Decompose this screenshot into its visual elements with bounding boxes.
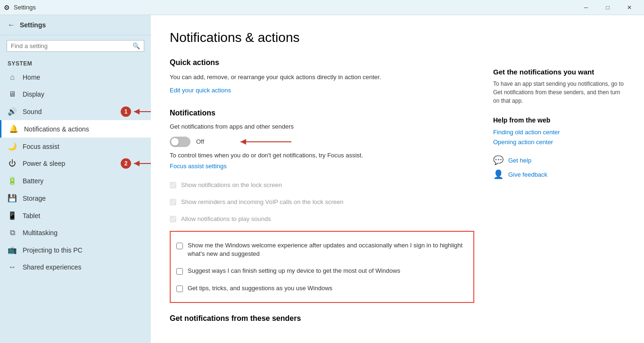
get-notif-right-heading: Get the notifications you want — [493, 68, 625, 76]
sidebar-item-tablet[interactable]: 📱 Tablet — [0, 207, 151, 224]
sidebar-item-label: Notifications & actions — [24, 125, 143, 133]
back-button[interactable]: ← — [8, 21, 15, 29]
titlebar-controls: ─ □ ✕ — [575, 0, 640, 15]
sidebar-item-label: Storage — [23, 195, 143, 202]
sidebar-item-multitasking[interactable]: ⧉ Multitasking — [0, 224, 151, 241]
titlebar-left: ⚙ Settings — [4, 4, 36, 11]
close-button[interactable]: ✕ — [619, 0, 640, 15]
annotation-badge-1: 1 — [121, 106, 131, 117]
checkbox-sounds: Allow notifications to play sounds — [170, 212, 474, 226]
app-container: ← Settings 🔍 System ⌂ Home 🖥 Display 🔊 S… — [0, 15, 644, 343]
sidebar-item-label: Display — [23, 90, 143, 98]
sound-icon: 🔊 — [8, 107, 17, 116]
notifications-toggle[interactable] — [170, 137, 190, 147]
toggle-knob — [171, 138, 179, 146]
home-icon: ⌂ — [8, 73, 17, 82]
maximize-button[interactable]: □ — [597, 0, 619, 15]
focus-text: To control times when you do or don't ge… — [170, 152, 474, 159]
give-feedback-link[interactable]: Give feedback — [508, 171, 547, 178]
edit-quick-actions-link[interactable]: Edit your quick actions — [170, 87, 231, 94]
highlighted-checkboxes: Show me the Windows welcome experience a… — [170, 231, 474, 303]
sounds-checkbox[interactable] — [170, 216, 176, 222]
titlebar: ⚙ Settings ─ □ ✕ — [0, 0, 644, 15]
checkbox-welcome: Show me the Windows welcome experience a… — [176, 238, 468, 261]
sidebar: ← Settings 🔍 System ⌂ Home 🖥 Display 🔊 S… — [0, 15, 151, 343]
sidebar-item-display[interactable]: 🖥 Display — [0, 86, 151, 103]
get-notif-right-text: To have an app start sending you notific… — [493, 80, 625, 105]
tablet-icon: 📱 — [8, 211, 17, 220]
welcome-label: Show me the Windows welcome experience a… — [188, 241, 468, 258]
sounds-label: Allow notifications to play sounds — [181, 215, 271, 223]
toggle-label: Off — [196, 138, 204, 145]
search-icon: 🔍 — [132, 42, 140, 49]
tips-checkbox[interactable] — [176, 286, 183, 292]
checkbox-lock-screen: Show notifications on the lock screen — [170, 178, 474, 192]
opening-action-center-link[interactable]: Opening action center — [493, 139, 625, 146]
notifications-section: Notifications Get notifications from app… — [170, 109, 474, 303]
focus-assist-link[interactable]: Focus assist settings — [170, 163, 227, 170]
power-icon: ⏻ — [8, 159, 17, 168]
quick-actions-description: You can add, remove, or rearrange your q… — [170, 73, 474, 82]
tips-label: Get tips, tricks, and suggestions as you… — [188, 284, 332, 293]
sidebar-item-label: Shared experiences — [23, 263, 143, 271]
notifications-heading: Notifications — [170, 109, 474, 117]
annotation-arrow-2 — [133, 156, 151, 171]
sidebar-item-projecting[interactable]: 📺 Projecting to this PC — [0, 241, 151, 259]
sidebar-item-shared[interactable]: ↔ Shared experiences — [0, 259, 151, 276]
get-help-link[interactable]: Get help — [508, 157, 531, 164]
sidebar-item-home[interactable]: ⌂ Home — [0, 69, 151, 86]
sidebar-item-label: Battery — [23, 177, 143, 185]
sidebar-item-focus-assist[interactable]: 🌙 Focus assist — [0, 138, 151, 155]
system-section-label: System — [0, 57, 151, 69]
lock-screen-checkbox[interactable] — [170, 182, 176, 188]
sidebar-item-notifications[interactable]: 🔔 Notifications & actions — [0, 120, 151, 138]
sidebar-item-power-sleep[interactable]: ⏻ Power & sleep 2 — [0, 155, 151, 172]
get-help-row: 💬 Get help — [493, 155, 625, 165]
annotation-arrow-1 — [133, 105, 151, 119]
main-content: Notifications & actions Quick actions Yo… — [151, 15, 644, 343]
multitasking-icon: ⧉ — [8, 229, 17, 237]
feedback-row: 👤 Give feedback — [493, 169, 625, 180]
voip-label: Show reminders and incoming VoIP calls o… — [181, 198, 343, 206]
welcome-checkbox[interactable] — [176, 243, 183, 249]
minimize-button[interactable]: ─ — [575, 0, 597, 15]
storage-icon: 💾 — [8, 194, 17, 203]
content-right: Get the notifications you want To have a… — [493, 30, 625, 328]
titlebar-title: Settings — [14, 4, 36, 11]
quick-actions-heading: Quick actions — [170, 58, 474, 67]
annotation-badge-2: 2 — [121, 158, 131, 169]
focus-assist-icon: 🌙 — [8, 142, 17, 151]
shared-icon: ↔ — [8, 263, 17, 271]
checkbox-voip: Show reminders and incoming VoIP calls o… — [170, 195, 474, 209]
voip-checkbox[interactable] — [170, 199, 176, 205]
search-box[interactable]: 🔍 — [7, 40, 144, 52]
notifications-icon: 🔔 — [9, 124, 18, 133]
help-web-heading: Help from the web — [493, 116, 625, 124]
checkbox-suggest-setup: Suggest ways I can finish setting up my … — [176, 264, 468, 278]
checkbox-tips: Get tips, tricks, and suggestions as you… — [176, 281, 468, 295]
sidebar-item-storage[interactable]: 💾 Storage — [0, 189, 151, 207]
lock-screen-label: Show notifications on the lock screen — [181, 181, 282, 189]
content-left: Notifications & actions Quick actions Yo… — [170, 30, 474, 328]
sidebar-item-sound[interactable]: 🔊 Sound 1 — [0, 103, 151, 120]
feedback-icon: 👤 — [493, 169, 504, 180]
settings-icon: ⚙ — [4, 4, 10, 11]
finding-action-center-link[interactable]: Finding old action center — [493, 129, 625, 136]
sidebar-item-label: Home — [23, 74, 143, 81]
page-title: Notifications & actions — [170, 30, 474, 45]
app-title: Settings — [20, 21, 46, 29]
projecting-icon: 📺 — [8, 245, 17, 254]
sidebar-item-battery[interactable]: 🔋 Battery — [0, 172, 151, 189]
sidebar-item-label: Multitasking — [23, 229, 143, 237]
battery-icon: 🔋 — [8, 176, 17, 185]
toggle-row: Off — [170, 137, 474, 147]
sidebar-item-label: Tablet — [23, 212, 143, 220]
suggest-setup-checkbox[interactable] — [176, 268, 183, 275]
search-input[interactable] — [11, 42, 130, 49]
sidebar-header: ← Settings — [0, 15, 151, 35]
get-senders-heading: Get notifications from these senders — [170, 314, 474, 323]
chat-icon: 💬 — [493, 155, 504, 165]
suggest-setup-label: Suggest ways I can finish setting up my … — [188, 267, 400, 275]
toggle-arrow — [217, 135, 292, 149]
get-notif-label: Get notifications from apps and other se… — [170, 123, 474, 130]
